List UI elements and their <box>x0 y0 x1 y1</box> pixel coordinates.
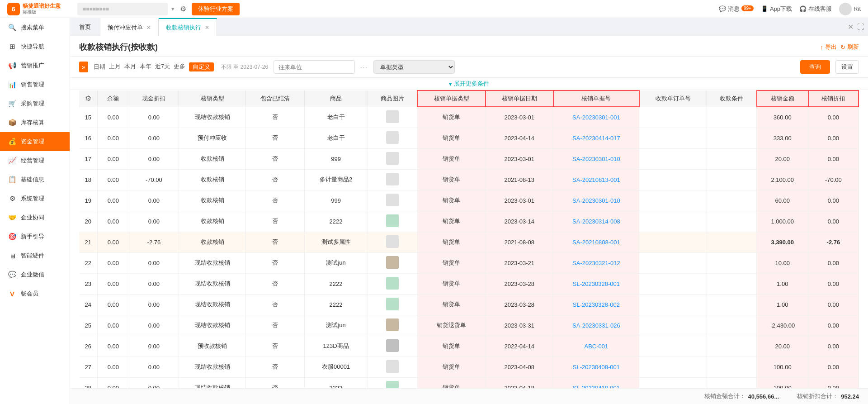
doc-no-link[interactable]: SA-20230301-010 <box>572 197 620 204</box>
sidebar-item-sales[interactable]: 📊 销售管理 <box>0 75 70 94</box>
tab-verify-label: 收款核销执行 <box>166 24 201 32</box>
cell-verify-discount: 0.00 <box>808 107 859 128</box>
top-search-box[interactable]: ■■■■■■■■ <box>77 3 168 15</box>
cell-product-img <box>368 107 417 128</box>
sidebar-label-sales: 销售管理 <box>21 81 44 89</box>
filter-collapse-btn[interactable]: » <box>79 62 88 72</box>
cell-doc-no[interactable]: SA-20210813-001 <box>553 169 639 190</box>
sidebar-item-inventory[interactable]: 📦 库存核算 <box>0 113 70 132</box>
doc-no-link[interactable]: SA-20210813-001 <box>572 176 620 183</box>
date-link-7days[interactable]: 近7天 <box>155 62 170 71</box>
client-input[interactable] <box>274 60 355 74</box>
doc-no-link[interactable]: SA-20230314-008 <box>572 218 620 225</box>
sidebar-item-member[interactable]: V 畅会员 <box>0 284 70 303</box>
tab-verify-close-icon[interactable]: ✕ <box>205 24 209 31</box>
date-link-this-year[interactable]: 本年 <box>140 62 151 71</box>
sidebar-item-guide[interactable]: 🎯 新手引导 <box>0 227 70 246</box>
cell-doc-date: 2023-04-18 <box>486 377 553 388</box>
doc-no-link[interactable]: SL-20230408-001 <box>573 364 620 371</box>
cell-order-no <box>639 148 707 169</box>
cell-condition <box>707 148 756 169</box>
sidebar-item-system[interactable]: ⚙ 系统管理 <box>0 189 70 208</box>
doc-type-select[interactable]: 单据类型 <box>373 60 455 74</box>
export-button[interactable]: ↑ 导出 <box>821 43 837 51</box>
sidebar-item-finance[interactable]: 💰 资金管理 <box>0 132 70 151</box>
messages-button[interactable]: 💬 消息 99+ <box>719 5 754 13</box>
service-icon: 🎧 <box>799 5 807 12</box>
cell-settled: 否 <box>246 315 304 336</box>
refresh-button[interactable]: ↻ 刷新 <box>840 43 859 51</box>
cell-product: 999 <box>304 190 368 211</box>
sidebar-item-enterprise[interactable]: 🤝 企业协同 <box>0 208 70 227</box>
doc-no-link[interactable]: SL-20230328-001 <box>573 280 620 287</box>
sidebar-item-smart[interactable]: 🖥 智能硬件 <box>0 246 70 265</box>
cell-product-img <box>368 336 417 356</box>
doc-no-link[interactable]: SA-20230301-010 <box>572 156 620 162</box>
cell-doc-no[interactable]: SA-20230414-017 <box>553 128 639 148</box>
inventory-icon: 📦 <box>8 119 16 127</box>
sidebar-item-marketing[interactable]: 📢 营销推广 <box>0 56 70 75</box>
date-link-last-month[interactable]: 上月 <box>109 62 121 71</box>
tab-prepay[interactable]: 预付冲应付单 ✕ <box>100 18 159 36</box>
cell-order-no <box>639 336 707 356</box>
date-link-more[interactable]: 更多 <box>174 62 185 71</box>
doc-no-link[interactable]: ABC-001 <box>585 343 609 350</box>
expand-more-button[interactable]: ▾ 展开更多条件 <box>449 80 489 88</box>
doc-no-link[interactable]: SA-20230321-012 <box>572 260 620 266</box>
settings-gear-icon[interactable]: ⚙ <box>180 5 186 13</box>
date-link-this-month[interactable]: 本月 <box>124 62 136 71</box>
cell-doc-no[interactable]: SA-20210808-001 <box>553 232 639 252</box>
online-service-button[interactable]: 🎧 在线客服 <box>799 5 832 13</box>
cell-doc-no[interactable]: SL-20230328-002 <box>553 294 639 315</box>
sidebar-item-search-menu[interactable]: 🔍 搜索菜单 <box>0 18 70 37</box>
date-link-custom[interactable]: 自定义 <box>189 62 214 71</box>
col-header-settings[interactable]: ⚙ <box>79 90 97 107</box>
query-button[interactable]: 查询 <box>800 60 830 74</box>
tab-verify[interactable]: 收款核销执行 ✕ <box>159 18 217 36</box>
cell-doc-type: 销货单 <box>417 252 485 273</box>
doc-no-link[interactable]: SA-20210808-001 <box>572 239 620 246</box>
brand-sub: 标推版 <box>23 10 61 15</box>
table-settings-icon[interactable]: ⚙ <box>85 95 91 102</box>
expand-window-icon[interactable]: ⛶ <box>857 23 864 31</box>
cell-doc-no[interactable]: ABC-001 <box>553 336 639 356</box>
content-area: 首页 预付冲应付单 ✕ 收款核销执行 ✕ ✕ ⛶ 收款核销执行(按收款) ↑ 导… <box>70 18 868 404</box>
table-row: 17 0.00 0.00 收款核销 否 999 销货单 2023-03-01 S… <box>79 148 859 169</box>
sidebar-item-purchase[interactable]: 🛒 采购管理 <box>0 94 70 113</box>
doc-no-link[interactable]: SA-20230414-017 <box>572 135 620 142</box>
cell-doc-no[interactable]: SA-20230331-026 <box>553 315 639 336</box>
doc-no-link[interactable]: SL-20230418-001 <box>573 385 620 389</box>
doc-no-link[interactable]: SL-20230328-002 <box>573 301 620 308</box>
cell-doc-no[interactable]: SL-20230418-001 <box>553 377 639 388</box>
cell-doc-no[interactable]: SL-20230328-001 <box>553 273 639 294</box>
cell-doc-no[interactable]: SA-20230301-001 <box>553 107 639 128</box>
cell-balance: 0.00 <box>97 128 129 148</box>
tab-home[interactable]: 首页 <box>70 18 100 36</box>
table-area[interactable]: ⚙ 余额 现金折扣 核销类型 包含已结清 商品 商品图片 核销单据类型 核销单据… <box>70 90 868 388</box>
sidebar-item-quick-nav[interactable]: ⊞ 快捷导航 <box>0 37 70 56</box>
sidebar-item-wechat[interactable]: 💬 企业微信 <box>0 265 70 284</box>
settings-button[interactable]: 设置 <box>835 60 859 74</box>
close-window-icon[interactable]: ✕ <box>848 23 854 31</box>
tab-prepay-close-icon[interactable]: ✕ <box>146 24 151 31</box>
cell-doc-no[interactable]: SA-20230314-008 <box>553 211 639 232</box>
messages-badge: 99+ <box>741 5 754 11</box>
col-header-doc-date: 核销单据日期 <box>486 90 553 107</box>
cell-doc-no[interactable]: SA-20230321-012 <box>553 252 639 273</box>
cell-product-img <box>368 315 417 336</box>
cell-cash-discount: 0.00 <box>129 356 179 377</box>
cell-doc-no[interactable]: SA-20230301-010 <box>553 148 639 169</box>
industry-solution-button[interactable]: 休验行业方案 <box>192 3 240 15</box>
export-icon: ↑ <box>821 44 824 51</box>
expand-more-icon: ▾ <box>449 81 452 87</box>
sidebar-item-operations[interactable]: 📈 经营管理 <box>0 151 70 170</box>
cell-doc-no[interactable]: SA-20230301-010 <box>553 190 639 211</box>
cell-settled: 否 <box>246 107 304 128</box>
doc-no-link[interactable]: SA-20230301-001 <box>572 114 620 121</box>
doc-no-link[interactable]: SA-20230331-026 <box>572 322 620 329</box>
app-download-button[interactable]: 📱 App下载 <box>761 5 792 13</box>
sidebar-item-basic[interactable]: 📋 基础信息 <box>0 170 70 189</box>
dropdown-icon[interactable]: ▾ <box>171 5 175 12</box>
user-menu[interactable]: Rit <box>839 3 861 15</box>
cell-doc-no[interactable]: SL-20230408-001 <box>553 356 639 377</box>
